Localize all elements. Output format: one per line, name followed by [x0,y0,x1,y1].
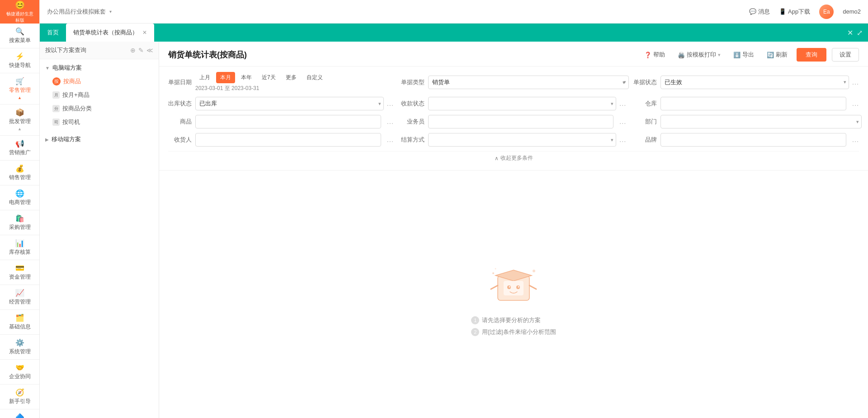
sidebar-item-basic[interactable]: 🗂️ 基础信息 [0,310,40,335]
filter-cell-pay-status: 收款状态 ▾ … [401,97,627,110]
refresh-btn[interactable]: 🔄 刷新 [763,49,791,61]
sidebar-item-nav[interactable]: ⚡ 快捷导航 [0,48,40,73]
tree-child-month-goods[interactable]: 月 按月+商品 [40,88,159,102]
print-btn[interactable]: 🖨️ 按模板打印 ▾ [674,49,724,61]
finance-icon: 💳 [2,264,38,272]
marketing-icon: 📢 [2,139,38,148]
settle-dots[interactable]: … [619,136,626,144]
sidebar-item-retail[interactable]: 🛒 零售管理 ▲ [0,73,40,104]
date-this-month-btn[interactable]: 本月 [216,72,235,83]
message-btn[interactable]: 💬 消息 [749,8,770,16]
dept-dropdown-icon[interactable]: ▾ [856,119,859,125]
sidebar-item-operation[interactable]: 📈 经营管理 [0,285,40,310]
goods-dots[interactable]: … [387,118,394,126]
date-7days-btn[interactable]: 近7天 [258,72,280,83]
date-this-year-btn[interactable]: 本年 [237,72,256,83]
sales-icon: 💰 [2,164,38,173]
sidebar-item-guide[interactable]: 🧭 新手引导 [0,385,40,409]
tree-child-category[interactable]: 分 按商品分类 [40,102,159,115]
date-custom-btn[interactable]: 自定义 [302,72,327,83]
sidebar-item-ecom[interactable]: 🌐 电商管理 [0,185,40,210]
salesman-input[interactable] [428,115,614,128]
sidebar-label-corp: 企业协同 [2,373,38,380]
dept-input[interactable] [660,115,862,128]
warehouse-input[interactable] [660,97,846,110]
tree-child-driver-label: 按司机 [62,118,80,126]
brand-input[interactable] [660,133,846,147]
right-panel: 销货单统计表(按商品) ❓ 帮助 🖨️ 按模板打印 ▾ ⬇️ 导出 [159,42,868,418]
warehouse-label: 仓库 [633,100,657,108]
warehouse-dots[interactable]: … [852,100,859,108]
date-last-month-btn[interactable]: 上月 [195,72,214,83]
tab-report[interactable]: 销货单统计表（按商品） ✕ [66,24,154,42]
sidebar-item-stock[interactable]: 📊 库存核算 [0,235,40,260]
sidebar-item-system[interactable]: ⚙️ 系统管理 [0,335,40,360]
sidebar-item-sales[interactable]: 💰 销售管理 [0,161,40,185]
hint1-text: 请先选择要分析的方案 [482,316,541,324]
receiver-input[interactable] [195,133,381,147]
goods-input[interactable] [195,115,381,128]
left-panel-title: 按以下方案查询 [45,46,86,54]
salesman-label: 业务员 [401,118,425,126]
out-status-label: 出库状态 [168,100,192,108]
export-btn[interactable]: ⬇️ 导出 [730,49,758,61]
user-avatar[interactable]: Ea [819,5,834,19]
doc-type-dropdown-icon[interactable]: ▾ [623,79,626,85]
out-status-input[interactable] [195,97,384,110]
out-status-dropdown-icon[interactable]: ▾ [378,101,381,107]
tab-home[interactable]: 首页 [40,24,66,42]
print-label: 按模板打印 [687,51,716,59]
settings-button[interactable]: 设置 [832,48,859,62]
svg-point-8 [492,272,494,274]
tree-section-mobile: ▶ 移动端方案 [40,131,159,148]
query-button[interactable]: 查询 [797,48,826,62]
out-status-dots[interactable]: … [387,100,394,108]
doc-status-dropdown-icon[interactable]: ▾ [844,79,846,85]
sidebar-item-apps[interactable]: 🔷 应用中心 [0,409,40,418]
settle-dropdown-icon[interactable]: ▾ [611,137,613,143]
salesman-dots[interactable]: … [619,118,626,126]
sidebar-item-wholesale[interactable]: 📦 批发管理 ▲ [0,104,40,136]
left-panel: 按以下方案查询 ⊕ ✎ ≪ ▼ 电脑端方案 按 按商品 月 按月 [40,42,159,418]
collapse-panel-btn[interactable]: ≪ [146,47,153,54]
tab-minimize-icon[interactable]: ✕ [847,28,853,37]
sidebar-label-nav: 快捷导航 [2,62,38,69]
pay-status-dots[interactable]: … [619,100,626,108]
app-download-btn[interactable]: 📱 App下载 [779,8,810,16]
doc-status-input[interactable] [660,76,849,89]
tree-child-by-goods[interactable]: 按 按商品 [40,75,159,88]
sidebar-item-corp[interactable]: 🤝 企业协同 [0,360,40,385]
tab-close-btn[interactable]: ✕ [142,29,147,36]
tree-parent-mobile[interactable]: ▶ 移动端方案 [40,133,159,146]
tabbar: 首页 销货单统计表（按商品） ✕ ✕ ⤢ [40,24,868,42]
sidebar: 😊 畅捷通好生意 标版 🔍 搜索菜单 ⚡ 快捷导航 🛒 零售管理 ▲ 📦 批发管… [0,0,40,418]
tree-section-desktop: ▼ 电脑端方案 按 按商品 月 按月+商品 分 按商品分类 司 按司机 [40,59,159,131]
industry-dropdown-icon[interactable]: ▾ [109,9,112,14]
purchase-icon: 🛍️ [2,214,38,223]
edit-scheme-btn[interactable]: ✎ [138,47,144,54]
settle-input[interactable] [428,133,617,147]
tree-parent-desktop[interactable]: ▼ 电脑端方案 [40,61,159,75]
print-dropdown-icon[interactable]: ▾ [718,52,721,58]
date-more-btn[interactable]: 更多 [282,72,301,83]
pay-status-dropdown-icon[interactable]: ▾ [611,101,613,107]
doc-type-input[interactable] [428,76,629,89]
tree-child-driver[interactable]: 司 按司机 [40,115,159,129]
receiver-dots[interactable]: … [387,136,394,144]
pay-status-input[interactable] [428,97,617,110]
add-scheme-btn[interactable]: ⊕ [130,47,136,54]
sidebar-item-marketing[interactable]: 📢 营销推广 [0,136,40,161]
brand-dots[interactable]: … [852,136,859,144]
print-icon: 🖨️ [678,52,685,58]
sidebar-item-search[interactable]: 🔍 搜索菜单 [0,24,40,48]
main-area: 办公用品行业模拟账套 ▾ 💬 消息 📱 App下载 Ea demo2 首页 销货… [40,0,868,418]
doc-status-dots[interactable]: … [852,78,859,86]
app-logo[interactable]: 😊 畅捷通好生意 标版 [0,0,40,24]
filter-cell-out-status: 出库状态 ▾ … [168,97,394,110]
tab-home-label: 首页 [47,28,59,37]
sidebar-item-purchase[interactable]: 🛍️ 采购管理 [0,210,40,235]
tab-maximize-icon[interactable]: ⤢ [857,28,863,37]
collapse-filter-btn[interactable]: ∧ 收起更多条件 [168,151,859,165]
help-btn[interactable]: ❓ 帮助 [641,49,669,61]
sidebar-item-finance[interactable]: 💳 资金管理 [0,260,40,285]
